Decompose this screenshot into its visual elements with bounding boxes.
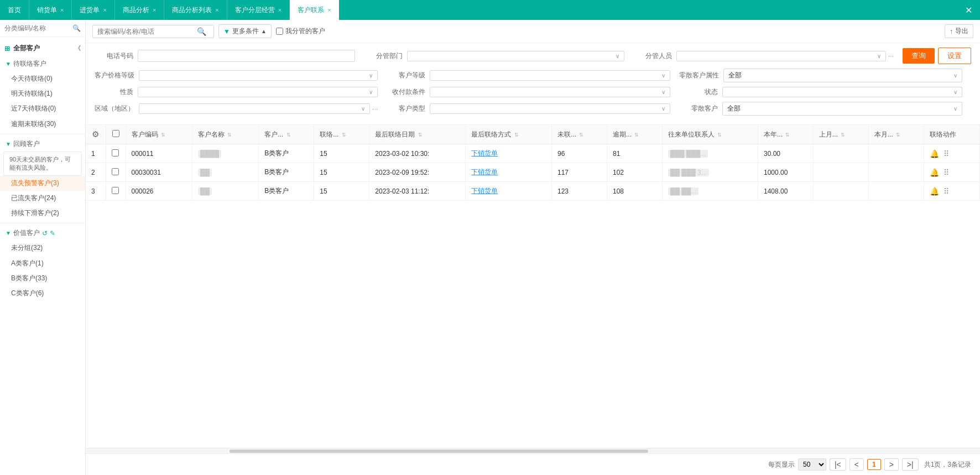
action-bell-1[interactable]: 🔔 — [930, 149, 939, 158]
row-checkbox-1[interactable] — [112, 149, 119, 156]
method-link-1[interactable]: 下销货单 — [471, 149, 498, 157]
action-menu-2[interactable]: ⠿ — [943, 168, 949, 177]
query-button[interactable]: 查询 — [903, 48, 935, 64]
next-page-button[interactable]: > — [884, 458, 899, 471]
prev-page-button[interactable]: < — [849, 458, 864, 471]
filter-payment-select[interactable]: ∨ — [430, 87, 670, 97]
first-page-button[interactable]: |< — [830, 458, 846, 471]
th-action: 联络动作 — [924, 125, 979, 144]
sidebar-all-customers[interactable]: ⊞ 全部客户 《 — [0, 40, 85, 56]
tab-customer-contact[interactable]: 客户联系 × — [290, 0, 338, 20]
tab-product-list[interactable]: 商品分析列表 × — [164, 0, 227, 20]
sidebar-item-classA[interactable]: A类客户(1) — [0, 256, 85, 271]
sidebar-group-pending[interactable]: ▼ 待联络客户 — [0, 56, 85, 71]
td-overdue-2: 102 — [607, 163, 662, 182]
edit-icon[interactable]: ✎ — [50, 229, 55, 237]
action-bell-3[interactable]: 🔔 — [930, 187, 939, 196]
filter-status-select[interactable]: ∨ — [722, 87, 962, 97]
tab-customer-segment[interactable]: 客户分层经营 × — [227, 0, 290, 20]
filter-sparse-attr-select[interactable]: 全部 ∨ — [723, 69, 962, 82]
table-gear-icon[interactable]: ⚙ — [92, 129, 99, 139]
sort-code-icon[interactable]: ⇅ — [161, 132, 165, 138]
tab-purchase[interactable]: 进货单 × — [72, 0, 114, 20]
td-name-2: ██ — [192, 163, 258, 182]
settings-button[interactable]: 设置 — [938, 48, 971, 64]
filter-customer-type-select[interactable]: ∨ — [430, 103, 670, 114]
td-unlink-1: 96 — [552, 144, 607, 163]
filter-customer-grade-select[interactable]: ∨ — [430, 70, 670, 81]
manager-dots[interactable]: ··· — [888, 52, 894, 60]
td-type-2: B类客户 — [259, 163, 314, 182]
filter-price-grade-select[interactable]: ∨ — [139, 70, 378, 81]
row-checkbox-3[interactable] — [112, 187, 119, 194]
sidebar-item-classB[interactable]: B类客户(33) — [0, 271, 85, 286]
tab-product-analysis[interactable]: 商品分析 × — [115, 0, 164, 20]
sidebar-item-today[interactable]: 今天待联络(0) — [0, 71, 85, 86]
export-button[interactable]: ↑ 导出 — [945, 24, 973, 38]
row-checkbox-2[interactable] — [112, 168, 119, 175]
my-customer-checkbox[interactable] — [276, 28, 283, 35]
window-close-button[interactable]: ✕ — [957, 5, 980, 15]
sidebar-item-loss-warning[interactable]: 流失预警客户(3) — [0, 176, 85, 191]
sidebar-search-input[interactable] — [4, 24, 72, 32]
sidebar-item-lost[interactable]: 已流失客户(24) — [0, 191, 85, 206]
manager-select-arrow: ∨ — [877, 53, 881, 59]
tab-home[interactable]: 首页 — [0, 0, 29, 20]
filter-sparse-customer-select[interactable]: 全部 ∨ — [722, 102, 962, 116]
action-menu-1[interactable]: ⠿ — [943, 149, 949, 158]
select-all-checkbox[interactable] — [112, 130, 119, 137]
filter-region-select[interactable]: ∨ — [139, 103, 370, 114]
grid-icon: ⊞ — [4, 45, 10, 53]
sort-contacts-icon[interactable]: ⇅ — [717, 132, 722, 138]
region-dots[interactable]: ··· — [372, 105, 378, 113]
sort-year-icon[interactable]: ⇅ — [785, 132, 790, 138]
sort-type-icon[interactable]: ⇅ — [286, 132, 291, 138]
horizontal-scrollbar[interactable] — [86, 448, 980, 453]
sidebar-item-tomorrow[interactable]: 明天待联络(1) — [0, 86, 85, 101]
tab-customer-contact-close[interactable]: × — [327, 7, 331, 13]
page-size-select[interactable]: 50 20 100 — [798, 458, 826, 471]
tab-product-list-close[interactable]: × — [215, 7, 218, 13]
tab-sales[interactable]: 销货单 × — [29, 0, 72, 20]
sort-tmonth-icon[interactable]: ⇅ — [896, 132, 900, 138]
search-button[interactable]: 🔍 — [197, 27, 206, 36]
filter-row-1: 电话号码 分管部门 ∨ 分管人员 ∨ ··· — [95, 48, 971, 64]
td-date-3: 2023-02-03 11:12: — [369, 182, 466, 201]
tab-purchase-close[interactable]: × — [103, 7, 106, 13]
price-grade-arrow: ∨ — [369, 72, 373, 79]
tab-sales-close[interactable]: × — [60, 7, 64, 13]
sort-lmonth-icon[interactable]: ⇅ — [841, 132, 845, 138]
sidebar-search-icon[interactable]: 🔍 — [72, 24, 81, 32]
method-link-2[interactable]: 下销货单 — [471, 168, 498, 176]
sidebar-group-value[interactable]: ▼ 价值客户 ↺ ✎ — [0, 226, 85, 241]
action-menu-3[interactable]: ⠿ — [943, 187, 949, 196]
sidebar-item-ungroup[interactable]: 未分组(32) — [0, 241, 85, 255]
action-bell-2[interactable]: 🔔 — [930, 168, 939, 177]
sort-overdue-icon[interactable]: ⇅ — [634, 132, 639, 138]
sidebar-group-review[interactable]: ▼ 回顾客户 — [0, 137, 85, 152]
filter-manager-select[interactable]: ∨ — [676, 51, 886, 61]
scrollbar-thumb[interactable] — [230, 450, 648, 453]
th-contact-num: 联络... ⇅ — [314, 125, 369, 144]
tab-customer-segment-close[interactable]: × — [278, 7, 282, 13]
method-link-3[interactable]: 下销货单 — [471, 187, 498, 195]
sort-name-icon[interactable]: ⇅ — [227, 132, 232, 138]
search-input[interactable] — [97, 28, 197, 35]
filter-nature-select[interactable]: ∨ — [138, 87, 378, 97]
my-customer-checkbox-wrap[interactable]: 我分管的客户 — [276, 27, 325, 36]
filter-dept-select[interactable]: ∨ — [407, 51, 624, 61]
sidebar-item-overdue[interactable]: 逾期未联络(30) — [0, 117, 85, 132]
sidebar-item-declining[interactable]: 持续下滑客户(2) — [0, 206, 85, 221]
tab-product-analysis-close[interactable]: × — [153, 7, 156, 13]
filter-price-grade: 客户价格等级 ∨ — [95, 70, 387, 81]
sort-unlink-icon[interactable]: ⇅ — [579, 132, 583, 138]
sort-contact-icon[interactable]: ⇅ — [342, 132, 346, 138]
more-filter-button[interactable]: ▼ 更多条件 ▲ — [218, 24, 272, 38]
sort-method-icon[interactable]: ⇅ — [514, 132, 519, 138]
sidebar-item-classC[interactable]: C类客户(6) — [0, 286, 85, 301]
sort-date-icon[interactable]: ⇅ — [418, 132, 423, 138]
sidebar-item-7days[interactable]: 近7天待联络(0) — [0, 101, 85, 116]
last-page-button[interactable]: >| — [902, 458, 919, 471]
filter-phone-input[interactable] — [138, 50, 355, 62]
refresh-icon[interactable]: ↺ — [42, 229, 48, 237]
